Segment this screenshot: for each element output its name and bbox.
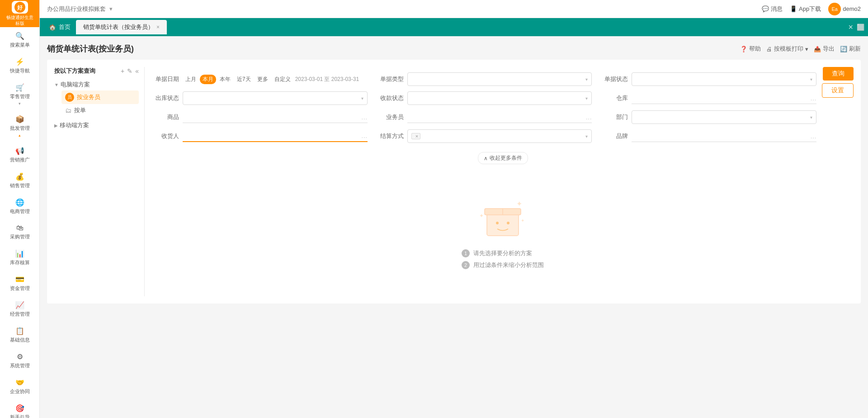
sidebar-item-operation[interactable]: 📈 经营管理 [0,296,39,322]
sidebar-item-newbie[interactable]: 🎯 新手引导 [0,399,39,418]
print-btn[interactable]: 🖨 按模板打印 ▾ [766,45,808,53]
refresh-icon: 🔄 [840,46,847,52]
empty-state: ✦ ✦ ✦ 1 请先选择要分析的方案 [152,168,854,296]
date-tab-this-year[interactable]: 本年 [217,75,233,84]
left-panel: 按以下方案查询 + ✎ « ▼ 电脑端方案 员 [54,67,145,296]
sidebar-item-finance[interactable]: 💳 资金管理 [0,271,39,296]
payment-status-select[interactable]: ▾ [407,91,592,105]
stock-status-select[interactable]: ▾ [183,91,368,105]
tab-restore-btn[interactable]: ⬜ [857,24,864,31]
sidebar-item-basic[interactable]: 📋 基础信息 [0,322,39,348]
filter-main: 单据日期 上月 本月 本年 近7天 更多 自定义 [152,67,816,148]
filter-top: 单据日期 上月 本月 本年 近7天 更多 自定义 [152,67,854,148]
filter-settlement: 结算方式 × ▾ [377,129,592,143]
content-panel: 按以下方案查询 + ✎ « ▼ 电脑端方案 员 [47,60,861,304]
brand-label: 品牌 [601,132,628,140]
receiver-ellipsis-btn[interactable]: … [361,132,368,139]
app-title: 办公用品行业模拟账套 [47,5,106,13]
collapse-btn[interactable]: ∧ 收起更多条件 [478,152,528,164]
goods-ellipsis-btn[interactable]: … [361,114,368,121]
warehouse-ellipsis-btn[interactable]: … [810,95,816,102]
date-tab-last-month[interactable]: 上月 [183,75,199,84]
app-dropdown-icon[interactable]: ▾ [109,5,113,12]
date-tab-more[interactable]: 更多 [255,75,271,84]
sidebar-item-purchase[interactable]: 🛍 采购管理 [0,219,39,245]
svg-text:✦: ✦ [521,218,524,223]
settlement-remove-btn[interactable]: × [415,133,418,139]
doc-type-label: 单据类型 [377,75,404,83]
filter-brand: 品牌 … [601,131,816,142]
sidebar-logo-text: 畅捷通好生意标版 [6,14,33,26]
right-panel: 单据日期 上月 本月 本年 近7天 更多 自定义 [145,67,854,296]
order-icon: 🗂 [65,107,71,114]
salesman-input: … [407,112,592,123]
refresh-btn[interactable]: 🔄 刷新 [840,45,861,53]
receiver-label: 收货人 [152,132,179,140]
sidebar-item-marketing[interactable]: 📢 营销推广 [0,142,39,168]
department-select[interactable]: ▾ [632,110,816,124]
svg-rect-2 [487,213,519,236]
sidebar-item-search[interactable]: 🔍 搜索菜单 [0,27,39,53]
date-tab-this-month[interactable]: 本月 [200,75,216,84]
export-icon: 📤 [814,46,821,52]
settlement-label: 结算方式 [377,132,404,140]
receiver-text-input[interactable] [183,133,359,139]
edit-scheme-btn[interactable]: ✎ [127,67,132,75]
tree-mobile[interactable]: ▶ 移动端方案 [54,119,139,131]
app-title-area: 办公用品行业模拟账套 ▾ [47,5,113,13]
sidebar-item-ecommerce[interactable]: 🌐 电商管理 [0,194,39,219]
sidebar-item-enterprise[interactable]: 🤝 企业协同 [0,374,39,399]
message-btn[interactable]: 💬 消息 [762,5,783,13]
hint-2-text: 用过滤条件来缩小分析范围 [473,261,544,269]
tree-item-order[interactable]: 🗂 按单 [61,104,139,117]
sidebar-item-inventory[interactable]: 📊 库存核算 [0,245,39,271]
collapse-left-btn[interactable]: « [135,67,139,75]
brand-ellipsis-btn[interactable]: … [810,133,816,140]
user-info[interactable]: Ea demo2 [828,3,861,15]
empty-hint-1: 1 请先选择要分析的方案 [462,249,544,257]
tab-home[interactable]: 🏠 首页 [43,20,76,34]
app-download-btn[interactable]: 📱 App下载 [790,5,821,13]
doc-status-select[interactable]: ▾ [632,72,816,86]
tab-close-btn[interactable]: × [156,24,160,30]
sidebar-item-system[interactable]: ⚙ 系统管理 [0,348,39,374]
home-icon: 🏠 [49,24,56,31]
filter-doc-type: 单据类型 ▾ [377,72,592,86]
user-name: demo2 [843,5,861,12]
add-scheme-btn[interactable]: + [121,67,124,75]
salesman-ellipsis-btn[interactable]: … [585,114,592,121]
help-btn[interactable]: ❓ 帮助 [740,45,761,53]
left-panel-actions: + ✎ « [121,67,139,75]
quick-nav-icon: ⚡ [15,57,24,66]
date-tab-7days[interactable]: 近7天 [234,75,254,84]
settlement-select[interactable]: × ▾ [407,129,592,143]
sidebar-item-sales[interactable]: 💰 销售管理 [0,168,39,194]
date-tab-custom[interactable]: 自定义 [272,75,293,84]
download-icon: 📱 [790,5,797,12]
warehouse-label: 仓库 [601,94,628,102]
print-dropdown-icon: ▾ [805,46,808,52]
doc-type-select[interactable]: ▾ [407,72,592,86]
tab-active[interactable]: 销货单统计表（按业务员） × [76,20,167,34]
filter-stock-status: 出库状态 ▾ [152,91,368,105]
sidebar-item-retail[interactable]: 🛒 零售管理 ▾ [0,79,39,110]
tab-close-window-btn[interactable]: × [848,23,853,32]
tab-bar: 🏠 首页 销货单统计表（按业务员） × × ⬜ [40,18,868,36]
sidebar-item-wholesale[interactable]: 📦 批发管理 ▴ [0,110,39,142]
settings-button[interactable]: 设置 [822,83,854,98]
sidebar-item-quick-nav[interactable]: ⚡ 快捷导航 [0,53,39,79]
left-panel-header: 按以下方案查询 + ✎ « [54,67,139,75]
svg-text:✦: ✦ [516,200,522,208]
export-btn[interactable]: 📤 导出 [814,45,835,53]
query-button[interactable]: 查询 [823,67,854,81]
filter-payment-status: 收款状态 ▾ [377,91,592,105]
tree-item-salesman[interactable]: 员 按业务员 [61,90,139,104]
tree-desktop[interactable]: ▼ 电脑端方案 [54,79,139,90]
sidebar-item-label: 搜索菜单 [10,42,30,48]
stock-status-label: 出库状态 [152,94,179,102]
department-label: 部门 [601,113,628,121]
filter-actions: 查询 设置 [822,67,854,98]
goods-label: 商品 [152,113,179,121]
page-header-actions: ❓ 帮助 🖨 按模板打印 ▾ 📤 导出 🔄 刷新 [740,45,861,53]
doc-status-label: 单据状态 [601,75,628,83]
